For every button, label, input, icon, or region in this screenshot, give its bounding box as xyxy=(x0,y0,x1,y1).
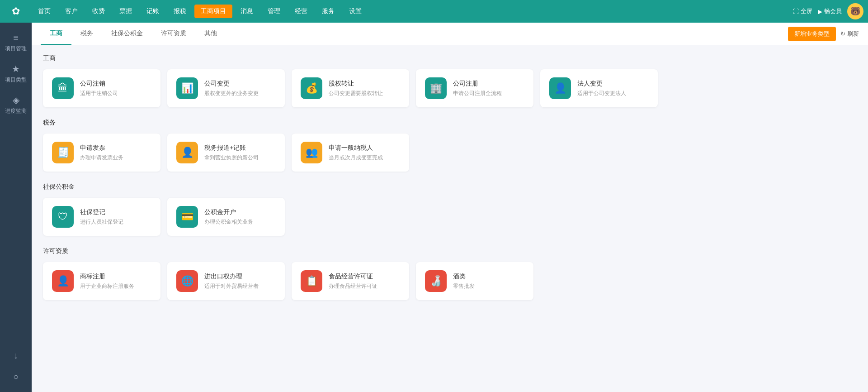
card-title-tax-report-accounting: 税务报道+记账 xyxy=(204,144,259,152)
nav-operation[interactable]: 经营 xyxy=(288,5,314,18)
card-trademark[interactable]: 👤 商标注册 用于企业商标注册服务 xyxy=(43,262,160,300)
card-icon-legal-person-change: 👤 xyxy=(549,77,571,99)
card-icon-provident-fund: 💳 xyxy=(176,206,198,228)
content-area: 工商 税务 社保公积金 许可资质 其他 新增业务类型 ↻ 刷新 工商 🏛 xyxy=(32,23,868,392)
project-manage-icon: ≡ xyxy=(13,33,19,43)
project-type-icon: ★ xyxy=(12,63,20,74)
tab-tax[interactable]: 税务 xyxy=(71,23,102,45)
member-icon: ▶ xyxy=(818,8,822,15)
card-title-equity-transfer: 股权转让 xyxy=(329,80,383,88)
card-info-tax-report-accounting: 税务报道+记账 拿到营业执照的新公司 xyxy=(204,144,259,162)
sidebar-item-project-type[interactable]: ★ 项目类型 xyxy=(0,58,32,89)
card-icon-liquor: 🍶 xyxy=(425,270,447,292)
card-title-trademark: 商标注册 xyxy=(80,272,134,281)
card-apply-general-taxpayer[interactable]: 👥 申请一般纳税人 当月或次月成变更完成 xyxy=(292,134,409,172)
nav-tax-report[interactable]: 报税 xyxy=(167,5,193,18)
refresh-button[interactable]: ↻ 刷新 xyxy=(840,30,859,38)
circle-icon: ○ xyxy=(13,372,19,382)
card-title-apply-general-taxpayer: 申请一般纳税人 xyxy=(329,144,383,152)
card-info-import-export: 进出口权办理 适用于对外贸易经营者 xyxy=(204,272,259,290)
card-icon-food-license: 📋 xyxy=(301,270,322,292)
card-desc-company-change: 股权变更外的业务变更 xyxy=(204,90,259,97)
cards-grid-business: 🏛 公司注销 适用于注销公司 📊 公司变更 股权变更外的业务变更 💰 xyxy=(43,69,857,107)
nav-fee[interactable]: 收费 xyxy=(86,5,111,18)
download-icon: ↓ xyxy=(14,350,18,361)
member-button[interactable]: ▶ 畅会员 xyxy=(818,7,842,15)
card-info-equity-transfer: 股权转让 公司变更需要股权转让 xyxy=(329,80,383,97)
card-icon-trademark: 👤 xyxy=(52,270,74,292)
new-type-button[interactable]: 新增业务类型 xyxy=(788,27,836,41)
card-desc-import-export: 适用于对外贸易经营者 xyxy=(204,282,259,290)
avatar[interactable]: 🐻 xyxy=(847,3,863,19)
sidebar-bottom-download[interactable]: ↓ xyxy=(0,345,32,366)
card-info-social-insurance-register: 社保登记 进行人员社保登记 xyxy=(80,208,123,226)
card-info-apply-invoice: 申请发票 办理申请发票业务 xyxy=(80,144,123,162)
fullscreen-button[interactable]: ⛶ 全屏 xyxy=(793,7,812,15)
refresh-label: 刷新 xyxy=(847,30,859,38)
card-company-cancel[interactable]: 🏛 公司注销 适用于注销公司 xyxy=(43,69,160,107)
nav-business-project[interactable]: 工商项目 xyxy=(194,5,232,18)
card-info-provident-fund: 公积金开户 办理公积金相关业务 xyxy=(204,208,253,226)
left-sidebar: ≡ 项目管理 ★ 项目类型 ◈ 进度监测 ↓ ○ xyxy=(0,23,32,392)
cards-grid-license: 👤 商标注册 用于企业商标注册服务 🌐 进出口权办理 适用于对外贸易经营者 📋 xyxy=(43,262,857,300)
card-desc-trademark: 用于企业商标注册服务 xyxy=(80,282,134,290)
card-desc-legal-person-change: 适用于公司变更法人 xyxy=(577,90,626,97)
main-layout: ≡ 项目管理 ★ 项目类型 ◈ 进度监测 ↓ ○ 工商 税务 社保公积金 许可资… xyxy=(0,23,868,392)
nav-client[interactable]: 客户 xyxy=(59,5,84,18)
card-liquor[interactable]: 🍶 酒类 零售批发 xyxy=(416,262,533,300)
sidebar-label-progress-monitor: 进度监测 xyxy=(5,107,27,115)
card-title-company-cancel: 公司注销 xyxy=(80,80,118,88)
card-desc-provident-fund: 办理公积金相关业务 xyxy=(204,218,253,226)
card-title-company-register: 公司注册 xyxy=(453,80,502,88)
card-desc-company-cancel: 适用于注销公司 xyxy=(80,90,118,97)
nav-manage[interactable]: 管理 xyxy=(261,5,287,18)
card-desc-food-license: 办理食品经营许可证 xyxy=(329,282,377,290)
card-icon-company-change: 📊 xyxy=(176,77,198,99)
section-title-tax: 税务 xyxy=(43,119,857,127)
card-icon-social-insurance-register: 🛡 xyxy=(52,206,74,228)
card-icon-import-export: 🌐 xyxy=(176,270,198,292)
card-title-import-export: 进出口权办理 xyxy=(204,272,259,281)
card-desc-tax-report-accounting: 拿到营业执照的新公司 xyxy=(204,154,259,162)
sidebar-item-project-manage[interactable]: ≡ 项目管理 xyxy=(0,27,32,58)
card-apply-invoice[interactable]: 🧾 申请发票 办理申请发票业务 xyxy=(43,134,160,172)
cards-grid-social-insurance: 🛡 社保登记 进行人员社保登记 💳 公积金开户 办理公积金相关业务 xyxy=(43,198,857,236)
progress-monitor-icon: ◈ xyxy=(13,95,19,105)
card-icon-company-cancel: 🏛 xyxy=(52,77,74,99)
member-label: 畅会员 xyxy=(824,7,842,15)
card-import-export[interactable]: 🌐 进出口权办理 适用于对外贸易经营者 xyxy=(167,262,285,300)
nav-bill[interactable]: 票据 xyxy=(113,5,138,18)
card-info-trademark: 商标注册 用于企业商标注册服务 xyxy=(80,272,134,290)
sidebar-bottom: ↓ ○ xyxy=(0,345,32,392)
tab-other[interactable]: 其他 xyxy=(195,23,226,45)
nav-home[interactable]: 首页 xyxy=(32,5,57,18)
fullscreen-label: 全屏 xyxy=(801,7,812,15)
card-tax-report-accounting[interactable]: 👤 税务报道+记账 拿到营业执照的新公司 xyxy=(167,134,285,172)
card-desc-apply-invoice: 办理申请发票业务 xyxy=(80,154,123,162)
card-food-license[interactable]: 📋 食品经营许可证 办理食品经营许可证 xyxy=(292,262,409,300)
tab-license[interactable]: 许可资质 xyxy=(152,23,195,45)
card-social-insurance-register[interactable]: 🛡 社保登记 进行人员社保登记 xyxy=(43,198,160,236)
card-desc-equity-transfer: 公司变更需要股权转让 xyxy=(329,90,383,97)
nav-accounting[interactable]: 记账 xyxy=(140,5,165,18)
fullscreen-icon: ⛶ xyxy=(793,8,799,15)
card-legal-person-change[interactable]: 👤 法人变更 适用于公司变更法人 xyxy=(540,69,658,107)
tab-social-insurance[interactable]: 社保公积金 xyxy=(102,23,152,45)
card-company-change[interactable]: 📊 公司变更 股权变更外的业务变更 xyxy=(167,69,285,107)
scroll-content[interactable]: 工商 🏛 公司注销 适用于注销公司 📊 公司变更 股权变更外的业务变更 xyxy=(32,45,868,392)
card-title-legal-person-change: 法人变更 xyxy=(577,80,626,88)
cards-grid-tax: 🧾 申请发票 办理申请发票业务 👤 税务报道+记账 拿到营业执照的新公司 👥 xyxy=(43,134,857,172)
card-title-food-license: 食品经营许可证 xyxy=(329,272,377,281)
card-provident-fund[interactable]: 💳 公积金开户 办理公积金相关业务 xyxy=(167,198,285,236)
card-icon-apply-invoice: 🧾 xyxy=(52,142,74,163)
nav-service[interactable]: 服务 xyxy=(316,5,341,18)
card-company-register[interactable]: 🏢 公司注册 申请公司注册全流程 xyxy=(416,69,533,107)
card-equity-transfer[interactable]: 💰 股权转让 公司变更需要股权转让 xyxy=(292,69,409,107)
sidebar-bottom-circle[interactable]: ○ xyxy=(0,366,32,387)
card-info-liquor: 酒类 零售批发 xyxy=(453,272,475,290)
nav-message[interactable]: 消息 xyxy=(234,5,259,18)
nav-settings[interactable]: 设置 xyxy=(343,5,368,18)
tab-business[interactable]: 工商 xyxy=(41,23,71,45)
sidebar-item-progress-monitor[interactable]: ◈ 进度监测 xyxy=(0,89,32,120)
card-info-company-cancel: 公司注销 适用于注销公司 xyxy=(80,80,118,97)
